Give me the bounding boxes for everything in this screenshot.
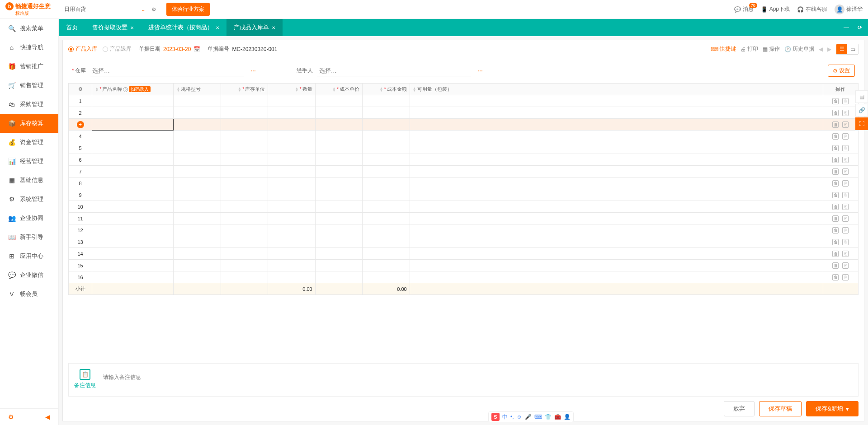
cell-name[interactable] — [92, 260, 174, 271]
shortcut-link[interactable]: ⌨快捷键 — [711, 45, 736, 53]
col-gear[interactable]: ⚙ — [69, 84, 92, 95]
cell-qty[interactable] — [268, 95, 315, 107]
col-available[interactable]: ▲▼可用量（包装） — [410, 84, 823, 95]
tab-1[interactable]: 售价提取设置✕ — [85, 19, 141, 36]
cell-unit[interactable] — [221, 95, 268, 107]
cell-qty[interactable] — [268, 142, 315, 154]
cell-qty[interactable] — [268, 131, 315, 142]
sidebar-item-chart[interactable]: 📊经营管理 — [0, 152, 58, 171]
cell-amount[interactable] — [363, 95, 410, 107]
user-menu[interactable]: 👤 徐泽华 — [835, 5, 863, 14]
handler-input[interactable] — [317, 65, 471, 76]
ime-skin-icon[interactable]: 👕 — [545, 414, 552, 420]
cell-amount[interactable] — [363, 119, 410, 131]
sidebar-item-guide[interactable]: 📖新手引导 — [0, 228, 58, 247]
table-row[interactable]: 4🗑⎘ — [69, 131, 859, 142]
delete-row-button[interactable]: 🗑 — [832, 239, 839, 245]
delete-row-button[interactable]: 🗑 — [832, 251, 839, 257]
cell-available[interactable] — [410, 236, 823, 248]
ime-emoji-icon[interactable]: ☺ — [517, 414, 522, 420]
sidebar-item-wechat[interactable]: 💬企业微信 — [0, 266, 58, 285]
cell-amount[interactable] — [363, 131, 410, 142]
cell-available[interactable] — [410, 213, 823, 224]
cell-qty[interactable] — [268, 177, 315, 189]
cell-spec[interactable] — [174, 224, 221, 236]
cell-qty[interactable] — [268, 271, 315, 283]
calendar-icon[interactable]: 📅 — [193, 46, 200, 52]
cell-price[interactable] — [315, 107, 362, 119]
cell-available[interactable] — [410, 119, 823, 131]
experience-button[interactable]: 体验行业方案 — [166, 3, 210, 16]
col-price[interactable]: ▲▼*成本单价 — [315, 84, 362, 95]
cell-spec[interactable] — [174, 201, 221, 213]
ime-mic-icon[interactable]: 🎤 — [525, 414, 532, 420]
sidebar-item-box[interactable]: 📦库存核算 — [0, 114, 58, 133]
sidebar-settings-button[interactable]: ⚙ — [8, 413, 14, 420]
table-row[interactable]: 5🗑⎘ — [69, 142, 859, 154]
cell-spec[interactable] — [174, 189, 221, 201]
cell-amount[interactable] — [363, 189, 410, 201]
copy-row-button[interactable]: ⎘ — [842, 98, 849, 104]
copy-row-button[interactable]: ⎘ — [842, 227, 849, 234]
tab-3[interactable]: 产成品入库单✕ — [226, 19, 283, 36]
ime-lang[interactable]: 中 — [502, 413, 508, 421]
cell-qty[interactable] — [268, 224, 315, 236]
cell-amount[interactable] — [363, 177, 410, 189]
cell-name[interactable] — [92, 119, 174, 131]
copy-row-button[interactable]: ⎘ — [842, 192, 849, 198]
cell-qty[interactable] — [268, 236, 315, 248]
cell-amount[interactable] — [363, 154, 410, 166]
copy-row-button[interactable]: ⎘ — [842, 251, 849, 257]
cell-spec[interactable] — [174, 236, 221, 248]
cell-price[interactable] — [315, 131, 362, 142]
copy-row-button[interactable]: ⎘ — [842, 157, 849, 163]
delete-row-button[interactable]: 🗑 — [832, 110, 839, 116]
cell-available[interactable] — [410, 166, 823, 177]
copy-row-button[interactable]: ⎘ — [842, 239, 849, 245]
radio-product-in[interactable]: 产品入库 — [68, 45, 97, 53]
view-list-button[interactable]: ☰ — [836, 44, 847, 54]
cell-qty[interactable] — [268, 107, 315, 119]
cell-spec[interactable] — [174, 107, 221, 119]
copy-row-button[interactable]: ⎘ — [842, 145, 849, 151]
ime-bar[interactable]: S 中 •, ☺ 🎤 ⌨ 👕 🧰 👤 — [488, 411, 574, 422]
cell-unit[interactable] — [221, 236, 268, 248]
cell-available[interactable] — [410, 248, 823, 260]
cell-price[interactable] — [315, 189, 362, 201]
cell-unit[interactable] — [221, 248, 268, 260]
cell-price[interactable] — [315, 119, 362, 131]
copy-row-button[interactable]: ⎘ — [842, 180, 849, 187]
cell-qty[interactable] — [268, 154, 315, 166]
cell-amount[interactable] — [363, 260, 410, 271]
cell-name[interactable] — [92, 189, 174, 201]
cell-unit[interactable] — [221, 224, 268, 236]
table-row[interactable]: 13🗑⎘ — [69, 236, 859, 248]
prev-doc-button[interactable]: ◀ — [819, 46, 823, 52]
cell-price[interactable] — [315, 271, 362, 283]
sidebar-collapse-button[interactable]: ◀ — [45, 413, 50, 420]
tab-0[interactable]: 首页 — [59, 19, 85, 36]
delete-row-button[interactable]: 🗑 — [832, 227, 839, 234]
copy-row-button[interactable]: ⎘ — [842, 110, 849, 116]
close-icon[interactable]: ✕ — [272, 25, 275, 30]
sidebar-item-gear[interactable]: ⚙系统管理 — [0, 190, 58, 209]
cell-amount[interactable] — [363, 142, 410, 154]
sidebar-item-vip[interactable]: V畅会员 — [0, 285, 58, 304]
scan-badge[interactable]: 扫码录入 — [129, 86, 151, 92]
cell-name[interactable] — [92, 271, 174, 283]
sidebar-item-home[interactable]: ⌂快捷导航 — [0, 38, 58, 57]
online-service-link[interactable]: 🎧 在线客服 — [797, 5, 827, 13]
cell-spec[interactable] — [174, 142, 221, 154]
col-unit[interactable]: ▲▼*库存单位 — [221, 84, 268, 95]
delete-row-button[interactable]: 🗑 — [832, 133, 839, 140]
delete-row-button[interactable]: 🗑 — [832, 157, 839, 163]
table-row[interactable]: 15🗑⎘ — [69, 260, 859, 271]
cell-amount[interactable] — [363, 213, 410, 224]
print-link[interactable]: 🖨打印 — [741, 45, 758, 53]
cell-spec[interactable] — [174, 271, 221, 283]
side-tool-expand[interactable]: ⛶ — [855, 117, 868, 130]
cell-price[interactable] — [315, 248, 362, 260]
cell-unit[interactable] — [221, 201, 268, 213]
cell-price[interactable] — [315, 177, 362, 189]
cell-available[interactable] — [410, 131, 823, 142]
